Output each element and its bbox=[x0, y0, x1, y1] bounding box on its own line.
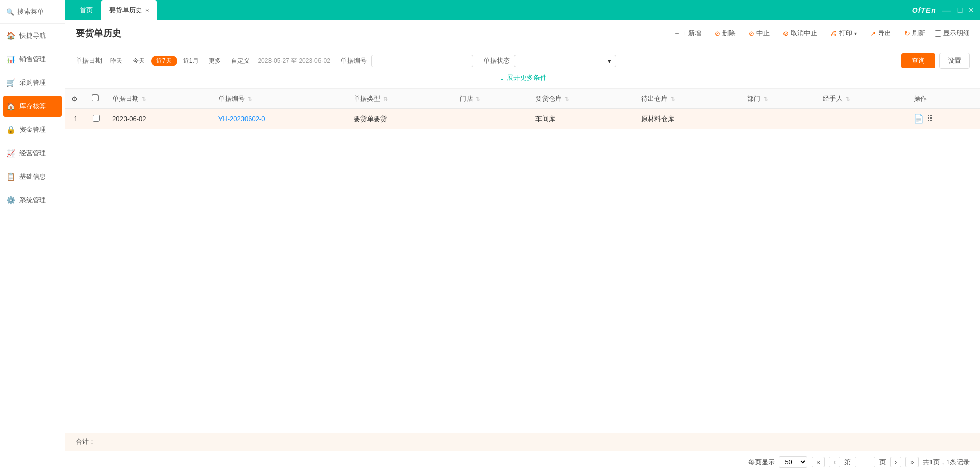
prev-page-btn[interactable]: ‹ bbox=[829, 457, 840, 467]
row-date: 2023-06-02 bbox=[106, 109, 212, 129]
data-table: ⚙ 单据日期 ⇅ 单据编号 ⇅ 单据类型 ⇅ bbox=[65, 89, 980, 129]
window-minimize-btn[interactable]: — bbox=[942, 5, 951, 16]
per-page-label: 每页显示 bbox=[748, 458, 775, 467]
row-checkbox[interactable] bbox=[93, 115, 100, 122]
toolbar: ＋ + 新增 ⊘ 删除 ⊘ 中止 ⊘ 取消中止 🖨 打印 ▾ ↗ bbox=[670, 27, 970, 40]
status-select[interactable]: ▾ bbox=[514, 55, 616, 67]
col-bill-no[interactable]: 单据编号 ⇅ bbox=[212, 89, 348, 109]
sidebar-item-label: 系统管理 bbox=[19, 196, 46, 205]
next-page-btn[interactable]: › bbox=[890, 457, 901, 467]
per-page-select[interactable]: 50 100 200 bbox=[779, 456, 807, 468]
table-area: ⚙ 单据日期 ⇅ 单据编号 ⇅ 单据类型 ⇅ bbox=[65, 89, 980, 433]
sort-icon-req-wh: ⇅ bbox=[565, 96, 569, 102]
table-header-row: ⚙ 单据日期 ⇅ 单据编号 ⇅ 单据类型 ⇅ bbox=[65, 89, 980, 109]
page-header: 要货单历史 ＋ + 新增 ⊘ 删除 ⊘ 中止 ⊘ 取消中止 🖨 打印 ▾ bbox=[65, 20, 980, 46]
page-suffix: 页 bbox=[879, 458, 886, 467]
col-bill-type[interactable]: 单据类型 ⇅ bbox=[348, 89, 454, 109]
sidebar-item-quick-nav[interactable]: 🏠 快捷导航 bbox=[0, 24, 65, 48]
basic-info-icon: 📋 bbox=[6, 172, 15, 181]
date-btn-1month[interactable]: 近1月 bbox=[179, 56, 203, 66]
setting-button[interactable]: 设置 bbox=[939, 53, 970, 69]
cancel-stop-button[interactable]: ⊘ 取消中止 bbox=[779, 27, 821, 40]
col-settings[interactable]: ⚙ bbox=[65, 89, 86, 109]
last-page-btn[interactable]: » bbox=[905, 457, 918, 467]
col-req-warehouse[interactable]: 要货仓库 ⇅ bbox=[529, 89, 635, 109]
print-button[interactable]: 🖨 打印 ▾ bbox=[826, 27, 861, 40]
topnav-right-controls: OfTEn — □ × bbox=[912, 5, 974, 16]
sidebar-item-sales[interactable]: 📊 销售管理 bbox=[0, 48, 65, 71]
footer-total-label: 合计： bbox=[76, 437, 95, 446]
page-number-input[interactable]: 1 bbox=[855, 457, 875, 467]
finance-icon: 🔒 bbox=[6, 125, 15, 134]
home-icon: 🏠 bbox=[6, 31, 15, 40]
window-close-btn[interactable]: × bbox=[968, 5, 974, 16]
stop-icon: ⊘ bbox=[749, 30, 754, 37]
sort-icon-type: ⇅ bbox=[383, 96, 388, 102]
date-btn-7days[interactable]: 近7天 bbox=[151, 56, 177, 66]
sort-icon-date: ⇅ bbox=[142, 96, 146, 102]
sort-icon-dept: ⇅ bbox=[764, 96, 768, 102]
date-range-display: 2023-05-27 至 2023-06-02 bbox=[258, 57, 330, 65]
filter-area: 单据日期 昨天 今天 近7天 近1月 更多 自定义 2023-05-27 至 2… bbox=[65, 46, 980, 89]
status-dropdown-icon: ▾ bbox=[608, 57, 611, 65]
operation-icon: 📈 bbox=[6, 149, 15, 158]
date-btn-yesterday[interactable]: 昨天 bbox=[106, 56, 127, 66]
window-maximize-btn[interactable]: □ bbox=[958, 6, 963, 15]
sidebar-item-inventory[interactable]: 🏠 库存核算 bbox=[3, 96, 62, 117]
row-pending-warehouse: 原材料仓库 bbox=[635, 109, 741, 129]
col-handler[interactable]: 经手人 ⇅ bbox=[817, 89, 908, 109]
expand-more-button[interactable]: ⌄ 展开更多条件 bbox=[499, 73, 547, 82]
delete-button[interactable]: ⊘ 删除 bbox=[710, 27, 740, 40]
row-actions-cell: 📄 ⠿ bbox=[908, 109, 980, 129]
export-button[interactable]: ↗ 导出 bbox=[866, 27, 895, 40]
new-button[interactable]: ＋ + 新增 bbox=[670, 27, 705, 40]
first-page-btn[interactable]: « bbox=[812, 457, 824, 467]
sidebar-item-label: 资金管理 bbox=[19, 125, 46, 134]
sort-icon-billno: ⇅ bbox=[248, 96, 252, 102]
sidebar-item-purchase[interactable]: 🛒 采购管理 bbox=[0, 71, 65, 94]
sidebar-item-basic-info[interactable]: 📋 基础信息 bbox=[0, 165, 65, 188]
filter-billno-item: 单据编号 bbox=[340, 55, 473, 67]
col-date[interactable]: 单据日期 ⇅ bbox=[106, 89, 212, 109]
tab-close-icon[interactable]: × bbox=[145, 7, 149, 13]
sidebar-item-operation[interactable]: 📈 经营管理 bbox=[0, 141, 65, 165]
bill-no-input[interactable] bbox=[371, 55, 473, 67]
display-detail-check[interactable] bbox=[935, 30, 941, 37]
row-more-icon[interactable]: ⠿ bbox=[927, 114, 933, 124]
expand-more-row: ⌄ 展开更多条件 bbox=[76, 73, 970, 82]
date-btn-today[interactable]: 今天 bbox=[129, 56, 149, 66]
stop-button[interactable]: ⊘ 中止 bbox=[745, 27, 774, 40]
export-icon: ↗ bbox=[870, 30, 876, 37]
tab-home[interactable]: 首页 bbox=[71, 0, 101, 20]
query-button[interactable]: 查询 bbox=[901, 53, 935, 68]
row-handler bbox=[817, 109, 908, 129]
row-bill-type: 要货单要货 bbox=[348, 109, 454, 129]
bill-no-link[interactable]: YH-20230602-0 bbox=[218, 115, 265, 123]
col-pending-warehouse[interactable]: 待出仓库 ⇅ bbox=[635, 89, 741, 109]
col-store[interactable]: 门店 ⇅ bbox=[454, 89, 529, 109]
table-footer: 合计： bbox=[65, 433, 980, 451]
purchase-icon: 🛒 bbox=[6, 78, 15, 87]
sidebar-search[interactable]: 🔍 搜索菜单 bbox=[0, 0, 65, 24]
cancel-stop-icon: ⊘ bbox=[783, 30, 789, 37]
row-bill-no[interactable]: YH-20230602-0 bbox=[212, 109, 348, 129]
print-dropdown-icon[interactable]: ▾ bbox=[854, 31, 857, 36]
date-btn-more[interactable]: 更多 bbox=[205, 56, 225, 66]
sidebar-item-system[interactable]: ⚙️ 系统管理 bbox=[0, 188, 65, 212]
sort-icon-handler: ⇅ bbox=[846, 96, 850, 102]
sidebar-item-finance[interactable]: 🔒 资金管理 bbox=[0, 118, 65, 141]
refresh-button[interactable]: ↻ 刷新 bbox=[900, 27, 929, 40]
col-department[interactable]: 部门 ⇅ bbox=[741, 89, 817, 109]
page-title: 要货单历史 bbox=[76, 27, 121, 39]
select-all-checkbox[interactable] bbox=[92, 94, 99, 101]
display-detail-checkbox[interactable]: 显示明细 bbox=[935, 29, 970, 38]
date-btn-custom[interactable]: 自定义 bbox=[227, 56, 254, 66]
col-checkbox bbox=[86, 89, 106, 109]
row-edit-icon[interactable]: 📄 bbox=[914, 114, 924, 124]
tab-bill-history[interactable]: 要货单历史 × bbox=[101, 0, 157, 20]
sidebar-item-label: 基础信息 bbox=[19, 172, 46, 181]
row-checkbox-cell[interactable] bbox=[86, 109, 106, 129]
total-info: 共1页，1条记录 bbox=[923, 458, 970, 467]
filter-row: 单据日期 昨天 今天 近7天 近1月 更多 自定义 2023-05-27 至 2… bbox=[76, 53, 970, 69]
sidebar-item-label: 销售管理 bbox=[19, 55, 46, 64]
